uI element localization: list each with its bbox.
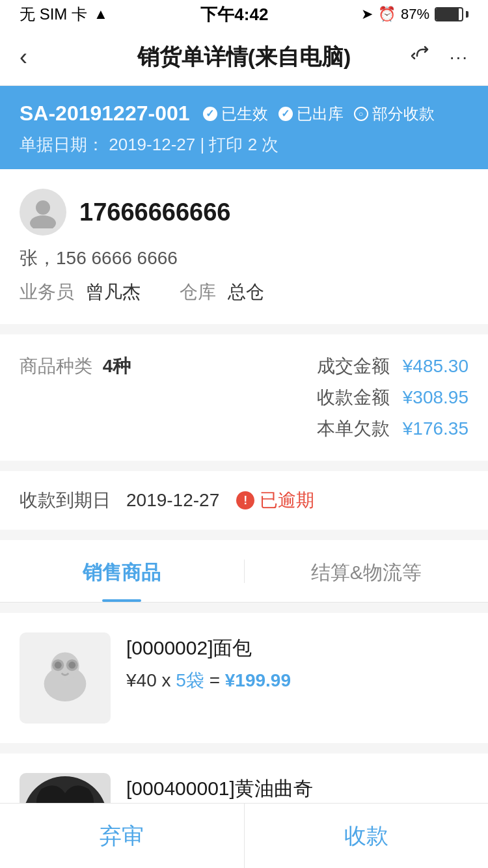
alarm-icon: ⏰ bbox=[378, 6, 396, 23]
product-types-value: 4种 bbox=[103, 356, 131, 376]
tabs-section: 销售商品 结算&物流等 bbox=[0, 540, 488, 603]
summary-section: 商品种类 4种 成交金额 ¥485.30 收款金额 ¥308.95 本单欠款 ¥… bbox=[0, 334, 488, 461]
badge-partial-payment: ○ 部分收款 bbox=[354, 103, 435, 124]
amounts-block: 成交金额 ¥485.30 收款金额 ¥308.95 本单欠款 ¥176.35 bbox=[317, 354, 468, 441]
product-types-label: 商品种类 bbox=[20, 356, 92, 376]
clock-icon: ○ bbox=[354, 107, 368, 121]
overdue-text: 已逾期 bbox=[260, 488, 314, 513]
customer-section: 17666666666 张，156 6666 6666 业务员 曾凡杰 仓库 总… bbox=[0, 169, 488, 324]
table-row: [0000002]面包 ¥40 x 5袋 = ¥199.99 bbox=[0, 613, 488, 743]
battery-percent: 87% bbox=[401, 6, 429, 23]
svg-point-1 bbox=[30, 215, 56, 228]
deal-amount-label: 成交金额 bbox=[317, 354, 390, 379]
status-right: ➤ ⏰ 87% bbox=[361, 6, 468, 23]
receipt-amount-label: 收款金额 bbox=[317, 385, 390, 410]
deal-amount-row: 成交金额 ¥485.30 bbox=[317, 354, 468, 379]
back-button[interactable]: ‹ bbox=[20, 37, 40, 77]
warehouse-label: 仓库 bbox=[180, 282, 216, 302]
more-icon[interactable]: ··· bbox=[450, 47, 468, 68]
due-amount-label: 本单欠款 bbox=[317, 416, 390, 441]
order-number: SA-20191227-001 bbox=[20, 102, 190, 126]
svg-point-6 bbox=[55, 662, 62, 669]
cancel-button[interactable]: 弃审 bbox=[0, 804, 245, 868]
print-count: 2 bbox=[248, 135, 257, 154]
price-unit-1: ¥40 bbox=[126, 670, 157, 690]
wifi-icon: ▲ bbox=[94, 6, 108, 23]
product-name-2: [000400001]黄油曲奇 bbox=[126, 776, 468, 802]
share-icon[interactable] bbox=[409, 44, 430, 70]
due-date-value: 2019-12-27 bbox=[126, 490, 219, 511]
battery-indicator bbox=[435, 7, 468, 21]
tab-sales-products[interactable]: 销售商品 bbox=[0, 540, 244, 602]
deal-amount-value: ¥485.30 bbox=[403, 356, 468, 377]
order-badges: ✓ 已生效 ✓ 已出库 ○ 部分收款 bbox=[203, 103, 435, 124]
badge-shipped: ✓ 已出库 bbox=[278, 103, 344, 124]
tab-settlement[interactable]: 结算&物流等 bbox=[245, 540, 489, 602]
salesman-field: 业务员 曾凡杰 bbox=[20, 280, 141, 305]
bottom-bar: 弃审 收款 bbox=[0, 803, 488, 868]
status-left: 无 SIM 卡 ▲ bbox=[20, 4, 108, 25]
due-amount-value: ¥176.35 bbox=[403, 418, 468, 439]
due-date-section: 收款到期日 2019-12-27 ! 已逾期 bbox=[0, 471, 488, 530]
page-title: 销货单详情(来自电脑) bbox=[137, 42, 351, 72]
tabs-row: 销售商品 结算&物流等 bbox=[0, 540, 488, 602]
order-date-row: 单据日期： 2019-12-27 | 打印 2 次 bbox=[20, 133, 468, 156]
svg-point-0 bbox=[36, 200, 50, 215]
customer-contact: 张，156 6666 6666 bbox=[20, 246, 468, 271]
time-text: 下午4:42 bbox=[200, 3, 268, 26]
receipt-amount-value: ¥308.95 bbox=[403, 387, 468, 408]
product-types-field: 商品种类 4种 bbox=[20, 354, 131, 379]
due-date-label: 收款到期日 bbox=[20, 488, 111, 513]
product-price-row-1: ¥40 x 5袋 = ¥199.99 bbox=[126, 668, 468, 693]
customer-meta: 业务员 曾凡杰 仓库 总仓 bbox=[20, 280, 468, 305]
salesman-value: 曾凡杰 bbox=[86, 282, 141, 302]
due-amount-row: 本单欠款 ¥176.35 bbox=[317, 416, 468, 441]
product-info-1: [0000002]面包 ¥40 x 5袋 = ¥199.99 bbox=[126, 632, 468, 693]
overdue-badge: ! 已逾期 bbox=[236, 488, 314, 513]
badge-effective: ✓ 已生效 bbox=[203, 103, 268, 124]
avatar bbox=[20, 189, 66, 236]
svg-point-7 bbox=[68, 662, 75, 669]
receipt-amount-row: 收款金额 ¥308.95 bbox=[317, 385, 468, 410]
check-icon: ✓ bbox=[203, 107, 217, 121]
nav-bar: ‹ 销货单详情(来自电脑) ··· bbox=[0, 29, 488, 86]
order-date-value: 2019-12-27 bbox=[109, 135, 195, 154]
location-icon: ➤ bbox=[361, 6, 373, 23]
warehouse-value: 总仓 bbox=[228, 282, 264, 302]
product-name-1: [0000002]面包 bbox=[126, 635, 468, 662]
order-header-banner: SA-20191227-001 ✓ 已生效 ✓ 已出库 ○ 部分收款 单据日期：… bbox=[0, 86, 488, 169]
customer-phone: 17666666666 bbox=[79, 198, 230, 226]
nav-right-actions: ··· bbox=[409, 44, 468, 70]
warehouse-field: 仓库 总仓 bbox=[180, 280, 264, 305]
product-image-1 bbox=[20, 632, 111, 724]
overdue-icon: ! bbox=[236, 491, 254, 509]
check-icon-2: ✓ bbox=[278, 107, 293, 121]
confirm-button[interactable]: 收款 bbox=[245, 804, 489, 868]
carrier-text: 无 SIM 卡 bbox=[20, 4, 87, 25]
price-qty-1: 5袋 bbox=[176, 670, 204, 690]
salesman-label: 业务员 bbox=[20, 282, 74, 302]
status-bar: 无 SIM 卡 ▲ 下午4:42 ➤ ⏰ 87% bbox=[0, 0, 488, 29]
price-total-1: ¥199.99 bbox=[225, 670, 291, 690]
